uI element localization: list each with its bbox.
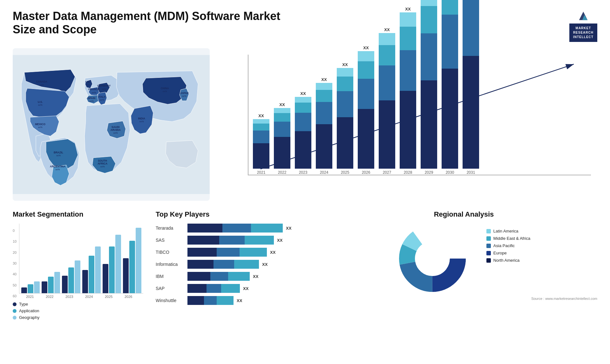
bar-seg-navy-2025 (337, 117, 353, 169)
svg-text:xx%: xx% (113, 131, 118, 134)
seg-bar-app-2021 (28, 284, 33, 293)
player-bar-seg2-sas (219, 236, 245, 245)
seg-bar-type-2024 (82, 270, 88, 293)
svg-text:BRAZIL: BRAZIL (54, 151, 63, 154)
bar-seg-lcyan-2025 (337, 68, 353, 77)
bar-stack-2028 (400, 12, 416, 169)
svg-text:ITALY: ITALY (98, 96, 106, 98)
player-bar-seg3-terarada (251, 224, 283, 233)
bar-group-2024: XX 2024 (316, 77, 332, 175)
bar-seg-blue-2030 (442, 15, 458, 69)
svg-text:CHINA: CHINA (161, 87, 169, 90)
bar-seg-navy-2027 (379, 100, 395, 169)
seg-bars-column: 2021 2022 2023 2024 2025 2026 (19, 224, 143, 299)
svg-text:xx%: xx% (100, 165, 105, 168)
legend-item-type: Type (13, 302, 146, 307)
player-name-sas: SAS (156, 238, 184, 243)
svg-text:xx%: xx% (56, 154, 61, 157)
svg-text:xx%: xx% (86, 84, 90, 86)
svg-text:xx%: xx% (182, 95, 186, 98)
player-bar-seg1-terarada (187, 224, 222, 233)
bar-stack-2022 (274, 108, 290, 169)
regional-legend-label-na: North America (493, 258, 519, 263)
seg-bar-geo-2025 (115, 235, 121, 293)
year-label-2023: 2023 (299, 170, 308, 175)
svg-text:xx%: xx% (55, 168, 60, 171)
player-row-terarada: Terarada XX (156, 224, 321, 233)
logo-icon (577, 10, 590, 22)
regional-content: Latin America Middle East & Africa Asia … (397, 224, 530, 293)
svg-text:ARGENTINA: ARGENTINA (50, 165, 65, 168)
donut-center (416, 242, 449, 275)
seg-bar-group-2022 (42, 272, 60, 293)
logo-area: MARKET RESEARCH INTELLECT (569, 10, 597, 42)
regional-legend-item-na: North America (486, 258, 530, 263)
regional-legend-label-latam: Latin America (493, 229, 518, 233)
player-row-tibco: TIBCO XX (156, 248, 321, 257)
bar-seg-navy-2026 (358, 109, 374, 169)
bar-seg-navy-2024 (316, 124, 332, 169)
year-label-2025: 2025 (341, 170, 349, 175)
bar-seg-blue-2027 (379, 65, 395, 100)
seg-bar-group-2023 (62, 260, 80, 293)
bar-seg-navy-2023 (295, 131, 311, 169)
player-bar-seg2-ibm (210, 272, 228, 281)
bar-seg-navy-2030 (442, 69, 458, 169)
bar-seg-cyan-2029 (421, 6, 437, 33)
bar-label-2023: XX (300, 91, 306, 96)
player-row-informatica: Informatica XX (156, 260, 321, 269)
year-label-2030: 2030 (446, 170, 454, 175)
player-row-ibm: IBM XX (156, 272, 321, 281)
bar-group-2028: XX 2028 (400, 7, 416, 175)
donut-chart-wrap (397, 224, 467, 293)
player-bar-seg2-winshuttle (204, 296, 217, 305)
player-bar-seg3-sap (221, 284, 240, 293)
player-label-sas: XX (277, 238, 282, 243)
svg-text:xx%: xx% (38, 104, 43, 106)
bar-seg-cyan-2024 (316, 90, 332, 102)
segmentation-title: Market Segmentation (13, 210, 146, 219)
player-bar-seg2-terarada (222, 224, 251, 233)
seg-bar-app-2022 (48, 277, 54, 293)
bar-label-2028: XX (405, 7, 410, 11)
bar-seg-blue-2021 (253, 131, 269, 143)
player-row-sap: SAP XX (156, 284, 321, 293)
bar-seg-blue-2029 (421, 33, 437, 80)
player-bar-seg2-sap (207, 284, 221, 293)
seg-bar-type-2023 (62, 276, 68, 293)
seg-bar-group-2025 (103, 235, 121, 293)
svg-text:MEXICO: MEXICO (35, 123, 45, 126)
player-bar-informatica (187, 260, 259, 269)
legend-label-application: Application (19, 308, 39, 313)
bar-group-2030: XX 2030 (442, 0, 458, 175)
seg-bar-type-2026 (123, 258, 129, 293)
bar-seg-lcyan-2028 (400, 12, 416, 27)
bar-seg-blue-2022 (274, 122, 290, 137)
bar-seg-lcyan-2023 (295, 97, 311, 103)
year-label-2026: 2026 (362, 170, 370, 175)
bar-stack-2026 (358, 51, 374, 169)
player-name-tibco: TIBCO (156, 250, 184, 255)
regional-legend-color-europe (486, 251, 491, 255)
svg-text:xx%: xx% (39, 84, 44, 86)
players-container: Top Key Players Terarada XX SAS (156, 210, 321, 305)
year-label-2027: 2027 (383, 170, 391, 175)
bar-chart-container: XX 2021 XX (219, 48, 597, 201)
year-label-2028: 2028 (404, 170, 412, 175)
top-section: CANADA xx% U.S. xx% MEXICO xx% BRAZIL xx… (13, 48, 597, 201)
player-name-ibm: IBM (156, 274, 184, 279)
seg-bar-app-2025 (109, 246, 115, 293)
player-label-winshuttle: XX (237, 298, 242, 303)
svg-text:xx%: xx% (102, 88, 106, 91)
seg-x-labels: 2021 2022 2023 2024 2025 2026 (19, 295, 143, 299)
bar-seg-cyan-2025 (337, 77, 353, 91)
regional-legend-item-asia: Asia Pacific (486, 243, 530, 248)
player-bar-wrap-winshuttle: XX (187, 296, 321, 305)
svg-text:xx%: xx% (163, 90, 167, 93)
player-bar-wrap-sap: XX (187, 284, 321, 293)
bar-seg-cyan-2028 (400, 27, 416, 50)
bar-seg-navy-2028 (400, 91, 416, 169)
bar-seg-cyan-2022 (274, 113, 290, 122)
year-label-2022: 2022 (278, 170, 287, 175)
player-bar-terarada (187, 224, 283, 233)
